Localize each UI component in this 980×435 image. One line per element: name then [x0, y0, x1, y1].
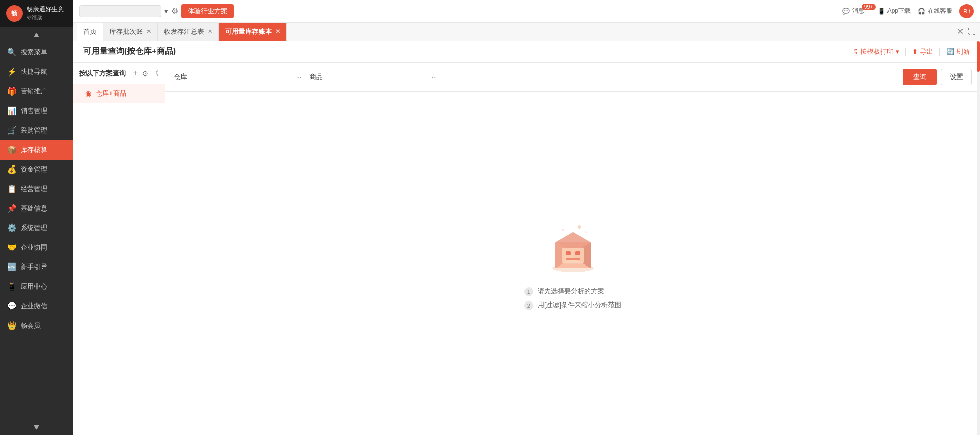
hint-num-2: 2: [524, 301, 533, 310]
tab-available[interactable]: 可用量库存账本 ✕: [219, 23, 287, 41]
brand-sub: 标准版: [27, 14, 64, 21]
filter-settings-btn[interactable]: ⊙: [142, 69, 149, 78]
print-label: 按模板打印: [860, 47, 894, 56]
service-label: 在线客服: [928, 7, 952, 15]
header-search-input[interactable]: [79, 5, 161, 17]
filter-add-btn[interactable]: ＋: [131, 68, 139, 79]
right-scrollbar[interactable]: [977, 41, 980, 435]
header-message-btn[interactable]: 💬 消息 99+: [842, 7, 871, 15]
warehouse-input[interactable]: [190, 71, 293, 83]
filter-item-warehouse-goods[interactable]: ◉ 仓库+商品: [73, 84, 165, 103]
sidebar-nav: 🔍搜索菜单⚡快捷导航🎁营销推广📊销售管理🛒采购管理📦库存核算💰资金管理📋经营管理…: [0, 43, 73, 420]
filter-panel-header: 按以下方案查询 ＋ ⊙ 《: [73, 63, 165, 84]
marketing-icon: 🎁: [7, 87, 16, 96]
header-service-btn[interactable]: 🎧 在线客服: [918, 7, 952, 15]
svg-rect-8: [566, 258, 580, 260]
filter-panel: 按以下方案查询 ＋ ⊙ 《 ◉ 仓库+商品: [73, 63, 165, 435]
sidebar-item-operation[interactable]: 📋经营管理: [0, 179, 73, 199]
svg-rect-7: [575, 251, 580, 255]
app-icon: 📱: [878, 8, 885, 15]
sidebar-item-guide[interactable]: 🆕新手引导: [0, 257, 73, 277]
hint-text-1: 请先选择要分析的方案: [538, 287, 604, 296]
tab-home-label: 首页: [83, 27, 97, 36]
query-settings-btn[interactable]: 设置: [941, 69, 972, 85]
tab-home[interactable]: 首页: [77, 23, 103, 41]
sidebar-item-label: 应用中心: [21, 282, 47, 291]
header-dropdown-btn[interactable]: ▾: [164, 7, 168, 15]
sidebar-item-label: 企业协同: [21, 243, 47, 252]
header-gear-btn[interactable]: ⚙: [171, 6, 178, 16]
content-area: 按以下方案查询 ＋ ⊙ 《 ◉ 仓库+商品 仓库 ··· 商品: [73, 63, 980, 435]
page-title: 可用量查询(按仓库+商品): [83, 46, 176, 57]
finance-icon: 💰: [7, 165, 16, 174]
sales-icon: 📊: [7, 106, 16, 116]
tab-summary-close[interactable]: ✕: [208, 28, 212, 35]
tab-available-close[interactable]: ✕: [275, 28, 280, 35]
headset-icon: 🎧: [918, 8, 926, 15]
sidebar-logo: 畅: [6, 5, 23, 22]
sidebar-item-system[interactable]: ⚙️系统管理: [0, 218, 73, 238]
tab-batch-label: 库存批次账: [109, 27, 143, 36]
sidebar-scroll-up[interactable]: ▲: [0, 27, 73, 43]
sidebar-item-purchase[interactable]: 🛒采购管理: [0, 121, 73, 140]
tab-summary[interactable]: 收发存汇总表 ✕: [158, 23, 219, 41]
sidebar-item-app[interactable]: 📱应用中心: [0, 277, 73, 296]
message-badge: 99+: [862, 4, 876, 10]
export-btn[interactable]: ⬆ 导出: [912, 47, 933, 56]
shortcut-icon: ⚡: [7, 67, 16, 77]
svg-point-11: [562, 229, 564, 231]
main-area: ▾ ⚙ 体验行业方案 💬 消息 99+ 📱 App下载 🎧 在线客服 Rit: [73, 0, 980, 435]
sidebar-item-sales[interactable]: 📊销售管理: [0, 101, 73, 121]
goods-label: 商品: [309, 72, 323, 82]
header-search-area: ▾ ⚙ 体验行业方案: [79, 4, 838, 18]
sidebar-item-finance[interactable]: 💰资金管理: [0, 160, 73, 179]
goods-input[interactable]: [326, 71, 429, 83]
print-template-btn[interactable]: 🖨 按模板打印 ▾: [852, 47, 899, 56]
search-icon: 🔍: [7, 48, 16, 57]
sidebar-item-label: 系统管理: [21, 223, 47, 233]
svg-point-10: [585, 231, 587, 233]
query-submit-btn[interactable]: 查询: [903, 69, 937, 85]
header-app-download[interactable]: 📱 App下载: [878, 7, 911, 15]
sidebar-item-corp[interactable]: 🤝企业协同: [0, 238, 73, 257]
tab-batch[interactable]: 库存批次账 ✕: [103, 23, 158, 41]
print-dropdown-icon: ▾: [896, 48, 899, 55]
sidebar-item-marketing[interactable]: 🎁营销推广: [0, 82, 73, 101]
refresh-icon: 🔄: [946, 48, 954, 55]
sidebar-item-label: 企业微信: [21, 301, 47, 311]
scheme-icon: ◉: [85, 89, 91, 98]
printer-icon: 🖨: [852, 48, 858, 55]
tab-maximize-btn[interactable]: ⛶: [968, 27, 976, 36]
warehouse-more-btn[interactable]: ···: [296, 73, 301, 81]
system-icon: ⚙️: [7, 223, 16, 233]
tab-batch-close[interactable]: ✕: [146, 28, 151, 35]
sidebar-item-label: 新手引导: [21, 262, 47, 272]
top-header: ▾ ⚙ 体验行业方案 💬 消息 99+ 📱 App下载 🎧 在线客服 Rit: [73, 0, 980, 23]
svg-rect-6: [566, 251, 571, 255]
tab-close-window-btn[interactable]: ✕: [957, 27, 964, 36]
sidebar-item-shortcut[interactable]: ⚡快捷导航: [0, 62, 73, 82]
sidebar-item-basic[interactable]: 📌基础信息: [0, 199, 73, 218]
goods-more-btn[interactable]: ···: [432, 73, 437, 81]
sidebar-scroll-down[interactable]: ▼: [0, 420, 73, 435]
filter-panel-title: 按以下方案查询: [79, 69, 128, 78]
sidebar-item-inventory[interactable]: 📦库存核算: [0, 140, 73, 160]
operation-icon: 📋: [7, 184, 16, 194]
sidebar-item-label: 经营管理: [21, 184, 47, 194]
filter-collapse-btn[interactable]: 《: [152, 69, 159, 78]
sidebar: 畅 畅康通好生意 标准版 ▲ 🔍搜索菜单⚡快捷导航🎁营销推广📊销售管理🛒采购管理…: [0, 0, 73, 435]
header-trial-btn[interactable]: 体验行业方案: [181, 4, 234, 18]
sidebar-brand: 畅康通好生意 标准版: [27, 6, 64, 21]
sidebar-item-wechat[interactable]: 💬企业微信: [0, 296, 73, 316]
header-right: 💬 消息 99+ 📱 App下载 🎧 在线客服 Rit: [842, 4, 974, 18]
sidebar-item-search[interactable]: 🔍搜索菜单: [0, 43, 73, 62]
empty-hint-1: 1 请先选择要分析的方案: [524, 287, 621, 296]
sidebar-header: 畅 畅康通好生意 标准版: [0, 0, 73, 27]
sidebar-item-member[interactable]: 👑畅会员: [0, 316, 73, 335]
warehouse-label: 仓库: [174, 72, 187, 82]
refresh-label: 刷新: [956, 47, 970, 56]
warehouse-condition: 仓库 ···: [174, 71, 301, 83]
refresh-btn[interactable]: 🔄 刷新: [946, 47, 970, 56]
user-avatar[interactable]: Rit: [959, 4, 974, 18]
tab-summary-label: 收发存汇总表: [164, 27, 204, 36]
